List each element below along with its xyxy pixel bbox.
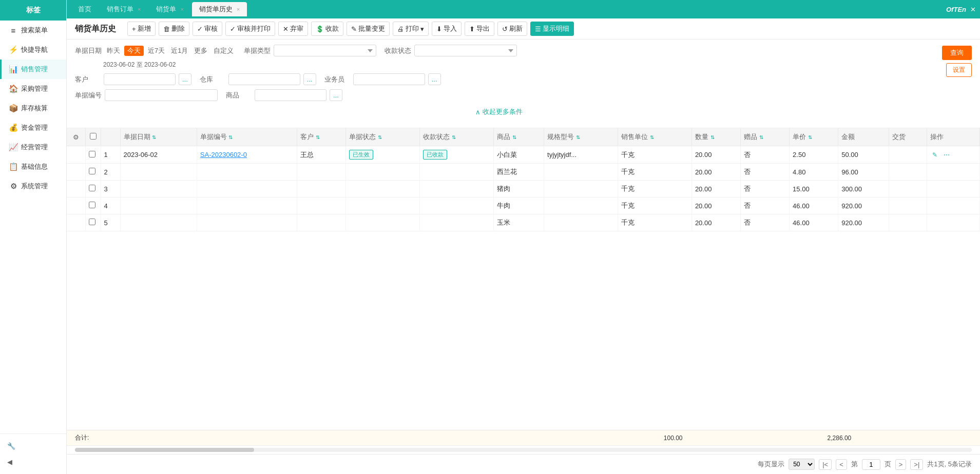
tab-sales-history-close[interactable]: × [237,6,240,12]
th-unit-price[interactable]: 单价 ⇅ [790,128,838,146]
th-spec[interactable]: 规格型号 ⇅ [544,128,618,146]
cell-checkbox[interactable] [85,181,101,198]
th-unit-price-label: 单价 [793,133,806,141]
custom-shortcut[interactable]: 自定义 [212,46,236,56]
query-button[interactable]: 查询 [942,46,972,60]
tab-sales-delivery-close[interactable]: × [180,6,183,12]
th-gift[interactable]: 赠品 ⇅ [740,128,789,146]
table-row: 1 2023-06-02 SA-20230602-0 王总 已生效 已收款 小白… [67,146,980,164]
new-button[interactable]: + 新增 [127,22,156,36]
row-checkbox[interactable] [89,185,95,191]
more-shortcut[interactable]: 更多 [192,46,209,56]
cell-checkbox[interactable] [85,146,101,164]
docno-input[interactable] [105,89,218,101]
payment-status-select[interactable] [414,45,517,56]
sidebar-item-sales[interactable]: 📊 销售管理 [0,60,66,79]
sort-icon: ⇅ [316,134,320,140]
refresh-button[interactable]: ↺ 刷新 [497,22,527,36]
sidebar-item-basic[interactable]: 📋 基础信息 [0,157,66,176]
product-filter-input[interactable] [255,89,326,101]
cell-quantity: 20.00 [691,164,740,181]
money-icon: 💰 [9,123,18,132]
sidebar-item-finance[interactable]: 💰 资金管理 [0,118,66,137]
th-doc-status[interactable]: 单据状态 ⇅ [346,128,420,146]
sidebar-item-search[interactable]: ≡ 搜索菜单 [0,21,66,40]
row-checkbox[interactable] [89,151,95,157]
row-checkbox[interactable] [89,219,95,225]
filter-row-1: 单据日期 昨天 今天 近7天 近1月 更多 自定义 单据类型 [75,45,923,56]
delete-button[interactable]: 🗑 删除 [159,22,189,36]
tab-sales-order-close[interactable]: × [138,6,141,12]
th-customer[interactable]: 客户 ⇅ [297,128,346,146]
next-page-button[interactable]: > [895,459,907,470]
cell-doc-status: 已生效 [346,146,420,164]
last1month-shortcut[interactable]: 近1月 [169,46,190,56]
th-unit[interactable]: 销售单位 ⇅ [618,128,691,146]
sidebar-item-shortcuts[interactable]: ⚡ 快捷导航 [0,40,66,60]
more-action[interactable]: ⋯ [941,151,952,159]
salesperson-ellipsis[interactable]: ... [428,73,441,85]
cell-checkbox[interactable] [85,164,101,181]
receive-button[interactable]: 💲 收款 [311,22,343,36]
last-page-button[interactable]: >| [910,459,923,470]
th-doc-date[interactable]: 单据日期 ⇅ [120,128,197,146]
sidebar-item-operations[interactable]: 📈 经营管理 [0,137,66,157]
today-shortcut[interactable]: 今天 [124,46,144,56]
cell-checkbox[interactable] [85,214,101,231]
tab-sales-history[interactable]: 销货单历史 × [192,2,247,16]
row-checkbox[interactable] [89,168,95,174]
per-page-select[interactable]: 50 100 [789,459,815,470]
collapse-button[interactable]: ∧ 收起更多条件 [75,105,923,118]
tab-sales-order[interactable]: 销售订单 × [100,2,148,16]
customer-ellipsis[interactable]: ... [179,73,191,85]
abandon-button[interactable]: ✕ 弃审 [278,22,308,36]
warehouse-ellipsis[interactable]: ... [303,73,316,85]
yesterday-shortcut[interactable]: 昨天 [105,46,122,56]
horizontal-scrollbar[interactable] [67,445,980,454]
tab-sales-delivery[interactable]: 销货单 × [149,2,190,16]
import-button[interactable]: ⬇ 导入 [432,22,462,36]
sidebar-item-system[interactable]: ⚙ 系统管理 [0,176,66,196]
print-button[interactable]: 🖨 打印 ▾ [393,22,429,36]
customer-input[interactable] [104,73,176,85]
sidebar-item-inventory[interactable]: 📦 库存核算 [0,98,66,118]
sidebar-item-purchase[interactable]: 🏠 采购管理 [0,79,66,98]
cell-doc-no[interactable]: SA-20230602-0 [197,146,297,164]
th-payment-status[interactable]: 收款状态 ⇅ [420,128,494,146]
th-doc-date-label: 单据日期 [124,133,150,141]
sidebar-collapse-button[interactable]: ◀ [0,454,66,470]
th-product[interactable]: 商品 ⇅ [494,128,544,146]
doc-no-link[interactable]: SA-20230602-0 [200,151,247,159]
sidebar-settings-button[interactable]: 🔧 [0,438,66,454]
salesperson-input[interactable] [353,73,425,85]
page-number-input[interactable]: 1 [862,459,880,470]
prev-page-button[interactable]: < [836,459,847,470]
row-checkbox[interactable] [89,202,95,208]
window-close-button[interactable]: ✕ [970,6,976,13]
product-ellipsis[interactable]: ... [330,89,342,101]
print-dropdown-icon: ▾ [420,25,424,33]
batch-change-button[interactable]: ✎ 批量变更 [347,22,390,36]
th-quantity[interactable]: 数量 ⇅ [691,128,740,146]
sort-icon: ⇅ [152,134,156,140]
collapse-icon: ◀ [7,458,12,466]
warehouse-input[interactable] [228,73,300,85]
audit-print-button[interactable]: ✓ 审核并打印 [225,22,275,36]
first-page-button[interactable]: |< [819,459,832,470]
doctype-select[interactable] [274,45,376,56]
th-settings[interactable]: ⚙ [67,128,85,146]
show-detail-button[interactable]: ☰ 显示明细 [530,22,574,36]
tab-home[interactable]: 首页 [71,2,99,16]
export-button[interactable]: ⬆ 导出 [465,22,494,36]
cell-rowno: 3 [101,181,120,198]
th-doc-no[interactable]: 单据编号 ⇅ [197,128,297,146]
last7-shortcut[interactable]: 近7天 [146,46,167,56]
select-all-checkbox[interactable] [90,133,97,140]
cell-checkbox[interactable] [85,198,101,214]
edit-action[interactable]: ✎ [930,151,939,159]
th-checkbox[interactable] [85,128,101,146]
setting-button[interactable]: 设置 [946,63,972,77]
sidebar-item-label: 销售管理 [21,65,48,74]
audit-button[interactable]: ✓ 审核 [193,22,222,36]
cell-actions [927,181,979,198]
